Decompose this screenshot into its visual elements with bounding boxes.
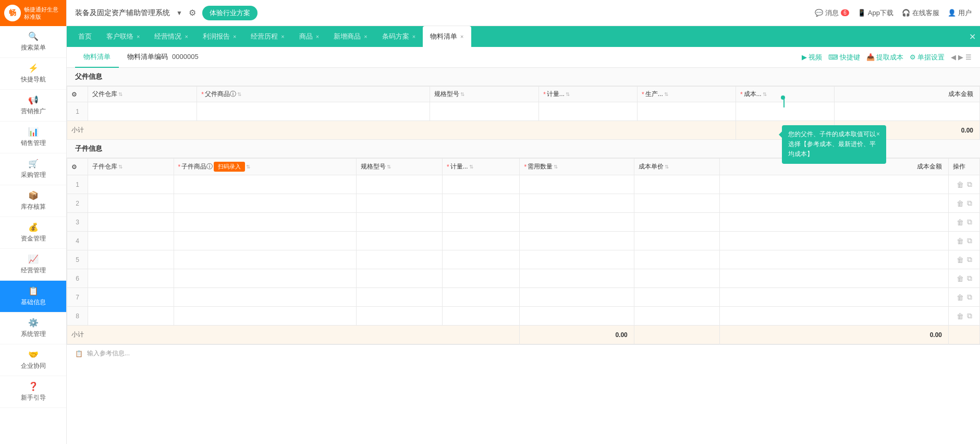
child-unit-6[interactable] <box>442 269 519 288</box>
child-warehouse-8[interactable] <box>88 307 174 326</box>
copy-icon-8[interactable]: ⧉ <box>967 311 972 320</box>
delete-icon-1[interactable]: 🗑 <box>957 181 964 189</box>
delete-icon-3[interactable]: 🗑 <box>957 218 964 226</box>
child-unit-4[interactable] <box>442 232 519 250</box>
child-unit-8[interactable] <box>442 307 519 326</box>
parent-unit-1[interactable] <box>539 102 638 121</box>
child-unit-7[interactable] <box>442 288 519 307</box>
child-warehouse-5[interactable] <box>88 250 174 269</box>
close-all-tabs[interactable]: ✕ <box>969 32 976 42</box>
sidebar-item-system[interactable]: ⚙️ 系统管理 <box>0 313 66 344</box>
parent-cost-1[interactable] <box>736 102 834 121</box>
settings-gear-icon[interactable]: ⚙ <box>189 8 196 18</box>
sidebar-item-purchase[interactable]: 🛒 采购管理 <box>0 153 66 185</box>
copy-icon-6[interactable]: ⧉ <box>967 274 972 283</box>
child-qty-8[interactable] <box>520 307 634 326</box>
tab-profit-close[interactable]: × <box>233 33 236 40</box>
sidebar-item-marketing[interactable]: 📢 营销推广 <box>0 90 66 122</box>
copy-icon-7[interactable]: ⧉ <box>967 293 972 302</box>
message-button[interactable]: 💬 消息 6 <box>815 8 849 18</box>
child-th-settings[interactable]: ⚙ <box>67 159 88 175</box>
child-spec-1[interactable] <box>357 175 443 194</box>
online-service-button[interactable]: 🎧 在线客服 <box>902 8 939 18</box>
delete-icon-6[interactable]: 🗑 <box>957 274 964 283</box>
child-qty-6[interactable] <box>520 269 634 288</box>
child-warehouse-1[interactable] <box>88 175 174 194</box>
sub-tab-bom-code[interactable]: 物料清单编码 0000005 <box>119 47 207 68</box>
tooltip-close-button[interactable]: × <box>876 129 880 139</box>
parent-warehouse-1[interactable] <box>88 102 197 121</box>
child-spec-6[interactable] <box>357 269 443 288</box>
child-spec-4[interactable] <box>357 232 443 250</box>
sidebar-item-guide[interactable]: ❓ 新手引导 <box>0 376 66 408</box>
child-unit-cost-4[interactable] <box>634 232 720 250</box>
tab-operations-close[interactable]: × <box>185 33 188 40</box>
child-unit-cost-7[interactable] <box>634 288 720 307</box>
tab-customer[interactable]: 客户联络 × <box>99 26 147 47</box>
delete-icon-5[interactable]: 🗑 <box>957 256 964 264</box>
tab-goods-close[interactable]: × <box>316 33 319 40</box>
tab-bom-close[interactable]: × <box>460 33 463 40</box>
copy-icon-1[interactable]: ⧉ <box>967 180 972 189</box>
sidebar-item-operations[interactable]: 📈 经营管理 <box>0 249 66 281</box>
child-unit-3[interactable] <box>442 213 519 232</box>
child-spec-8[interactable] <box>357 307 443 326</box>
child-unit-cost-1[interactable] <box>634 175 720 194</box>
copy-icon-3[interactable]: ⧉ <box>967 218 972 226</box>
child-goods-1[interactable] <box>174 175 357 194</box>
child-unit-cost-8[interactable] <box>634 307 720 326</box>
child-qty-4[interactable] <box>520 232 634 250</box>
trial-button[interactable]: 体验行业方案 <box>202 6 258 20</box>
delete-icon-7[interactable]: 🗑 <box>957 293 964 302</box>
child-qty-1[interactable] <box>520 175 634 194</box>
child-unit-2[interactable] <box>442 194 519 213</box>
parent-spec-1[interactable] <box>430 102 538 121</box>
extract-cost-action[interactable]: 📥 提取成本 <box>866 53 903 62</box>
child-goods-6[interactable] <box>174 269 357 288</box>
tab-goods[interactable]: 商品 × <box>292 26 326 47</box>
child-goods-8[interactable] <box>174 307 357 326</box>
child-goods-3[interactable] <box>174 213 357 232</box>
tab-history[interactable]: 经营历程 × <box>243 26 291 47</box>
copy-icon-2[interactable]: ⧉ <box>967 199 972 208</box>
tab-customer-close[interactable]: × <box>137 33 140 40</box>
sidebar-item-finance[interactable]: 💰 资金管理 <box>0 217 66 249</box>
child-goods-2[interactable] <box>174 194 357 213</box>
single-settings-action[interactable]: ⚙ 单据设置 <box>910 53 945 62</box>
tab-barcode-close[interactable]: × <box>412 33 415 40</box>
child-spec-5[interactable] <box>357 250 443 269</box>
sidebar-item-enterprise[interactable]: 🤝 企业协同 <box>0 344 66 376</box>
child-unit-cost-3[interactable] <box>634 213 720 232</box>
child-qty-2[interactable] <box>520 194 634 213</box>
sidebar-item-inventory[interactable]: 📦 库存核算 <box>0 185 66 217</box>
copy-icon-5[interactable]: ⧉ <box>967 255 972 264</box>
delete-icon-2[interactable]: 🗑 <box>957 199 964 208</box>
delete-icon-4[interactable]: 🗑 <box>957 237 964 245</box>
sidebar-item-search[interactable]: 🔍 搜索菜单 <box>0 26 66 58</box>
tab-new-goods-close[interactable]: × <box>364 33 367 40</box>
sidebar-item-basics[interactable]: 📋 基础信息 <box>0 281 66 313</box>
tab-profit[interactable]: 利润报告 × <box>195 26 243 47</box>
sidebar-item-sales[interactable]: 📊 销售管理 <box>0 122 66 153</box>
child-qty-7[interactable] <box>520 288 634 307</box>
sub-tab-bom-list[interactable]: 物料清单 <box>75 47 119 68</box>
sidebar-item-quicknav[interactable]: ⚡ 快捷导航 <box>0 58 66 90</box>
tab-bom[interactable]: 物料清单 × <box>423 26 471 47</box>
copy-icon-4[interactable]: ⧉ <box>967 236 972 245</box>
app-download-button[interactable]: 📱 App下载 <box>858 8 893 18</box>
child-warehouse-7[interactable] <box>88 288 174 307</box>
view-action[interactable]: ▶ 视频 <box>802 53 822 62</box>
child-spec-3[interactable] <box>357 213 443 232</box>
scan-button[interactable]: 扫码录入 <box>214 162 245 172</box>
child-goods-4[interactable] <box>174 232 357 250</box>
user-avatar[interactable]: 👤 用户 <box>948 8 972 18</box>
parent-production-1[interactable] <box>638 102 736 121</box>
child-qty-3[interactable] <box>520 213 634 232</box>
tab-home[interactable]: 首页 <box>71 26 99 47</box>
child-warehouse-3[interactable] <box>88 213 174 232</box>
tab-new-goods[interactable]: 新增商品 × <box>326 26 374 47</box>
child-unit-cost-5[interactable] <box>634 250 720 269</box>
child-unit-1[interactable] <box>442 175 519 194</box>
parent-th-settings[interactable]: ⚙ <box>67 87 88 102</box>
system-dropdown[interactable]: ▼ <box>176 9 182 17</box>
